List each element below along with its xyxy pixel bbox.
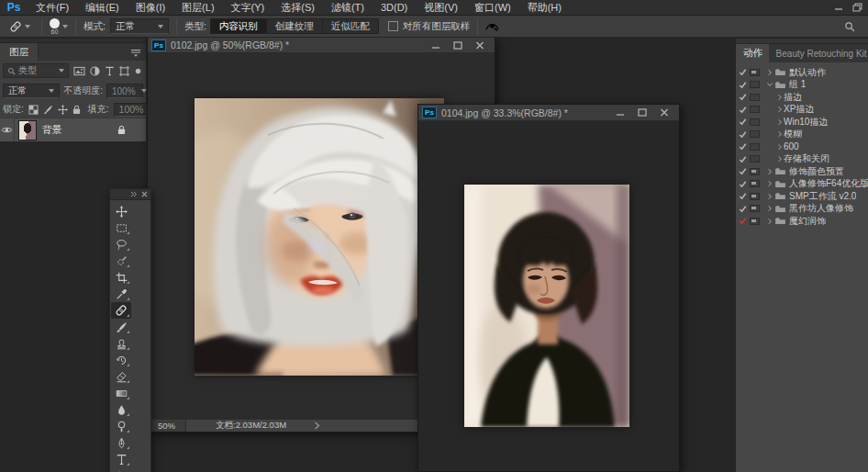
action-dialog-toggle[interactable] [750,81,760,88]
tab-actions[interactable]: 动作 [736,44,769,62]
action-dialog-toggle[interactable] [750,69,760,76]
dodge-tool[interactable] [111,418,131,434]
brush-preset-picker[interactable]: 60 [50,18,68,35]
tab-layers[interactable]: 图层 [0,43,39,61]
chevron-right-icon[interactable] [765,168,773,175]
menubar-item-2[interactable]: 编辑(E) [77,0,128,15]
eraser-tool[interactable] [111,368,131,385]
layer-thumbnail[interactable] [18,120,37,140]
layer-filter-on-icon[interactable] [134,67,142,75]
type-button[interactable]: 内容识别 [210,18,267,34]
action-include-checkmark-icon[interactable] [736,68,750,76]
layer-filter-type-icon[interactable] [105,66,115,76]
menubar-item-5[interactable]: 文字(Y) [223,0,273,15]
pen-tool[interactable] [111,434,131,451]
action-dialog-toggle[interactable] [750,155,760,163]
history-brush-tool[interactable] [111,352,131,368]
close-button[interactable] [653,107,675,119]
document-canvas-0104[interactable] [418,121,679,471]
action-dialog-toggle[interactable] [750,180,760,187]
crop-tool[interactable] [111,269,131,286]
type-button[interactable]: 近似匹配 [322,18,379,34]
action-dialog-toggle[interactable] [750,106,760,113]
minimize-button[interactable] [425,39,447,51]
fill-select[interactable]: 100% [114,103,150,117]
menubar-item-4[interactable]: 图层(L) [173,0,222,15]
layer-filter-select[interactable]: 类型 [3,63,69,78]
close-icon[interactable] [141,191,148,197]
lock-position-icon[interactable] [58,105,68,115]
action-include-checkmark-icon[interactable] [736,217,750,225]
action-row[interactable]: 600 [736,140,868,153]
type-tool[interactable] [111,451,131,467]
chevron-right-icon[interactable] [765,69,773,76]
lock-image-pixels-icon[interactable] [43,105,53,115]
chevron-right-icon[interactable] [775,106,784,113]
layer-visibility-toggle[interactable] [0,118,15,141]
type-button[interactable]: 创建纹理 [266,18,323,34]
action-row[interactable]: XP描边 [736,104,868,117]
chevron-right-icon[interactable] [775,155,784,163]
zoom-level-field[interactable]: 50% [148,420,186,432]
minimize-button[interactable] [609,107,631,119]
panel-menu-icon[interactable] [130,43,146,61]
lasso-tool[interactable] [111,236,131,253]
close-button[interactable] [469,39,491,51]
menubar-item-11[interactable]: 帮助(H) [519,0,570,15]
maximize-button[interactable] [631,107,653,119]
menubar-item-6[interactable]: 选择(S) [273,0,323,15]
action-dialog-toggle[interactable] [750,168,760,175]
menubar-item-1[interactable]: 文件(F) [28,0,77,15]
action-include-checkmark-icon[interactable] [736,167,750,175]
action-set-row[interactable]: 黑作坊人像修饰 [736,203,868,216]
layer-filter-shape-icon[interactable] [119,66,129,76]
layer-filter-adjustment-icon[interactable] [90,66,100,76]
action-include-checkmark-icon[interactable] [736,118,750,126]
action-set-row[interactable]: 魔幻润饰 [736,215,868,228]
menubar-item-10[interactable]: 窗口(W) [466,0,519,15]
chevron-right-icon[interactable] [765,205,773,212]
eyedropper-tool[interactable] [111,286,131,302]
artwork-image-0102[interactable] [195,98,444,376]
quick-selection-tool[interactable] [111,253,131,269]
action-dialog-toggle[interactable] [750,94,760,101]
action-dialog-toggle[interactable] [750,118,760,126]
pressure-toggle-button[interactable] [485,20,499,32]
chevron-right-icon[interactable] [775,130,784,138]
opacity-select[interactable]: 100% [106,84,143,98]
document-titlebar[interactable]: Ps 0104.jpg @ 33.3%(RGB/8#) * [418,105,679,121]
gradient-tool[interactable] [111,385,131,401]
action-include-checkmark-icon[interactable] [736,93,750,101]
action-row[interactable]: 模糊 [736,129,868,141]
action-dialog-toggle[interactable] [750,193,760,200]
menubar-item-7[interactable]: 滤镜(T) [323,0,373,15]
chevron-right-icon[interactable] [775,143,784,151]
menubar-item-3[interactable]: 图像(I) [128,0,173,15]
blur-tool[interactable] [111,401,131,418]
action-row[interactable]: Win10描边 [736,116,868,129]
lock-all-icon[interactable] [72,105,81,115]
action-include-checkmark-icon[interactable] [736,205,750,213]
tab-beauty-retouching-kit[interactable]: Beauty Retouching Kit [769,44,868,62]
artwork-image-0104[interactable] [464,185,629,427]
action-include-checkmark-icon[interactable] [736,155,750,163]
action-row[interactable]: 存储和关闭 [736,153,868,166]
layer-row-background[interactable]: 背景 [0,118,146,141]
menubar-item-9[interactable]: 视图(V) [416,0,466,15]
action-include-checkmark-icon[interactable] [736,81,750,89]
action-dialog-toggle[interactable] [750,218,760,225]
path-selection-tool[interactable] [111,467,131,472]
action-dialog-toggle[interactable] [750,205,760,212]
chevron-right-icon[interactable] [765,193,773,200]
app-restore-button[interactable] [852,3,862,12]
spot-healing-brush-tool[interactable] [111,302,131,319]
clone-stamp-tool[interactable] [111,335,131,352]
rectangular-marquee-tool[interactable] [111,219,131,236]
action-set-row[interactable]: 组 1 [736,79,868,92]
action-include-checkmark-icon[interactable] [736,192,750,200]
chevron-right-icon[interactable] [775,94,784,101]
action-include-checkmark-icon[interactable] [736,106,750,114]
sample-all-layers-checkbox[interactable]: 对所有图层取样 [388,20,471,33]
action-row[interactable]: 描边 [736,91,868,104]
action-dialog-toggle[interactable] [750,130,760,138]
